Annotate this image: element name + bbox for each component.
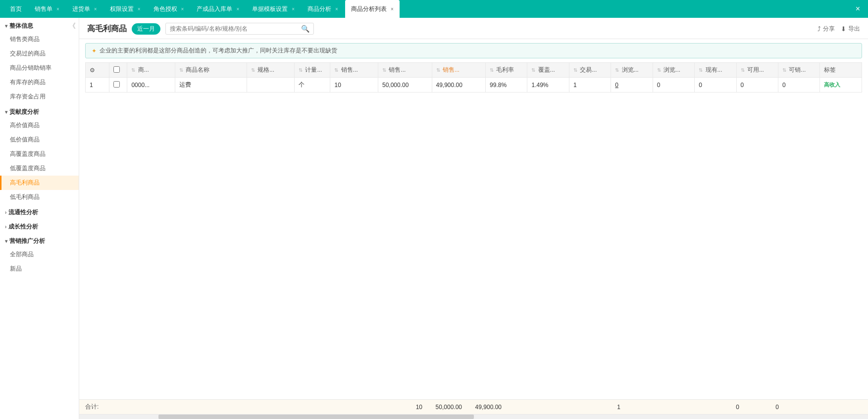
row-name: 运费 [175,78,247,93]
filter-recent-month-button[interactable]: 近一月 [132,23,160,35]
row-stock2: 0 [736,78,778,93]
nav-analysis[interactable]: 商品分析 × [302,0,344,18]
sidebar-group-contribution[interactable]: ▾ 贡献度分析 [0,104,79,118]
sidebar-item-high-value[interactable]: 高价值商品 [0,118,79,133]
sidebar-collapse-button[interactable]: 《 [69,22,76,31]
close-icon[interactable]: × [391,6,394,12]
row-browse1[interactable]: 0 [611,78,653,93]
search-input[interactable] [170,25,299,32]
close-icon[interactable]: × [138,6,141,12]
footer-sale2: 50,000.00 [426,404,466,411]
sidebar-item-low-value[interactable]: 低价值商品 [0,133,79,147]
row-num: 1 [86,78,109,93]
row-checkbox-cell[interactable] [109,78,127,93]
share-button[interactable]: ⤴ 分享 [817,25,835,33]
nav-role[interactable]: 角色授权 × [148,0,190,18]
sidebar-group-growth[interactable]: › 成长性分析 [0,219,79,233]
table-header-row: ⚙ ⇅ 商... ⇅ 商品名称 [86,63,862,78]
sidebar-item-all-goods[interactable]: 全部商品 [0,247,79,262]
horizontal-scrollbar[interactable] [79,414,868,419]
sidebar-item-high-margin[interactable]: 高毛利商品 [0,176,79,190]
sidebar-item-sales-goods[interactable]: 销售类商品 [0,32,79,47]
share-icon: ⤴ [817,25,821,33]
data-table: ⚙ ⇅ 商... ⇅ 商品名称 [85,62,862,93]
close-icon[interactable]: × [181,6,184,12]
row-coverage: 1.49% [527,78,569,93]
expand-arrow-icon: ▾ [5,23,7,29]
close-icon[interactable]: × [335,6,338,12]
nav-permission[interactable]: 权限设置 × [104,0,147,18]
sidebar-item-high-coverage[interactable]: 高覆盖度商品 [0,147,79,161]
table-row: 1 0000... 运费 个 10 50,000.00 49,900.00 99… [86,78,862,93]
close-icon[interactable]: × [292,6,295,12]
sidebar-group-marketing[interactable]: ▾ 营销推广分析 [0,233,79,247]
close-icon[interactable]: × [94,6,97,12]
footer-stock2: 0 [743,404,783,411]
nav-product-in[interactable]: 产成品入库单 × [191,0,245,18]
col-header-sale2: ⇅ 销售... [378,63,432,78]
expand-arrow-icon: › [5,224,6,230]
col-header-stock1: ⇅ 现有... [695,63,736,78]
sidebar-group-overview[interactable]: ▾ 整体信息 [0,18,79,32]
row-stock1: 0 [695,78,736,93]
export-icon: ⬇ [841,25,846,33]
col-header-code: ⇅ 商... [127,63,175,78]
sidebar-item-stock-capital[interactable]: 库存资金占用 [0,90,79,104]
nav-template[interactable]: 单据模板设置 × [246,0,301,18]
info-text: 企业的主要的利润都是这部分商品创造的，可考虑加大推广，同时关注库存是不要出现缺货 [100,47,337,55]
col-header-coverage: ⇅ 覆盖... [527,63,569,78]
nav-analysis-list[interactable]: 商品分析列表 × [345,0,400,18]
tag-badge: 高收入 [824,82,840,88]
main-layout: 《 ▾ 整体信息 销售类商品 交易过的商品 商品分销助销率 有库存的商品 库存资… [0,18,868,419]
nav-sales[interactable]: 销售单 × [29,0,65,18]
content-area: 高毛利商品 近一月 🔍 ⤴ 分享 ⬇ 导出 ✦ 企业的主要的利润都是这部分商品创… [79,18,868,419]
nav-purchase[interactable]: 进货单 × [66,0,103,18]
sidebar-item-in-stock-goods[interactable]: 有库存的商品 [0,75,79,90]
footer-sale3: 49,900.00 [466,404,506,411]
col-header-checkbox[interactable] [109,63,127,78]
col-header-settings[interactable]: ⚙ [86,63,109,78]
col-header-tag: 标签 [820,63,862,78]
col-header-sale3: ⇅ 销售... [432,63,486,78]
info-bar: ✦ 企业的主要的利润都是这部分商品创造的，可考虑加大推广，同时关注库存是不要出现… [85,43,862,58]
top-nav: 首页 销售单 × 进货单 × 权限设置 × 角色授权 × 产成品入库单 × 单据… [0,0,868,18]
col-header-browse2: ⇅ 浏览... [653,63,694,78]
close-icon[interactable]: × [236,6,239,12]
row-stock3: 0 [778,78,820,93]
search-icon[interactable]: 🔍 [301,25,309,33]
row-tag: 高收入 [820,78,862,93]
expand-arrow-icon: ▾ [5,238,7,244]
sidebar-item-new-goods[interactable]: 新品 [0,262,79,276]
sidebar-item-distribution-rate[interactable]: 商品分销助销率 [0,61,79,75]
select-all-checkbox[interactable] [113,66,120,73]
row-browse2: 0 [653,78,694,93]
header-actions: ⤴ 分享 ⬇ 导出 [817,25,860,33]
col-header-sale1: ⇅ 销售... [330,63,378,78]
col-header-stock3: ⇅ 可销... [778,63,820,78]
search-box[interactable]: 🔍 [165,23,314,35]
row-sale2: 50,000.00 [378,78,432,93]
sidebar: 《 ▾ 整体信息 销售类商品 交易过的商品 商品分销助销率 有库存的商品 库存资… [0,18,79,419]
sidebar-item-low-margin[interactable]: 低毛利商品 [0,190,79,204]
sidebar-group-liquidity[interactable]: › 流通性分析 [0,204,79,219]
browse1-link[interactable]: 0 [615,82,618,89]
row-gross-rate: 99.8% [486,78,527,93]
expand-arrow-icon: ▾ [5,109,7,115]
row-sale1: 10 [330,78,378,93]
data-table-wrapper: ⚙ ⇅ 商... ⇅ 商品名称 [85,62,862,399]
close-icon[interactable]: × [56,6,59,12]
col-header-name: ⇅ 商品名称 [175,63,247,78]
settings-icon[interactable]: ⚙ [90,67,95,74]
row-unit: 个 [295,78,330,93]
export-button[interactable]: ⬇ 导出 [841,25,860,33]
sidebar-item-traded-goods[interactable]: 交易过的商品 [0,47,79,61]
col-header-stock2: ⇅ 可用... [736,63,778,78]
row-spec [247,78,294,93]
window-close-button[interactable]: × [852,4,864,13]
footer-stock1: 0 [704,404,743,411]
row-checkbox[interactable] [113,81,120,88]
sidebar-item-low-coverage[interactable]: 低覆盖度商品 [0,161,79,176]
row-sale3: 49,900.00 [432,78,486,93]
row-trade: 1 [569,78,611,93]
nav-home[interactable]: 首页 [4,0,28,18]
